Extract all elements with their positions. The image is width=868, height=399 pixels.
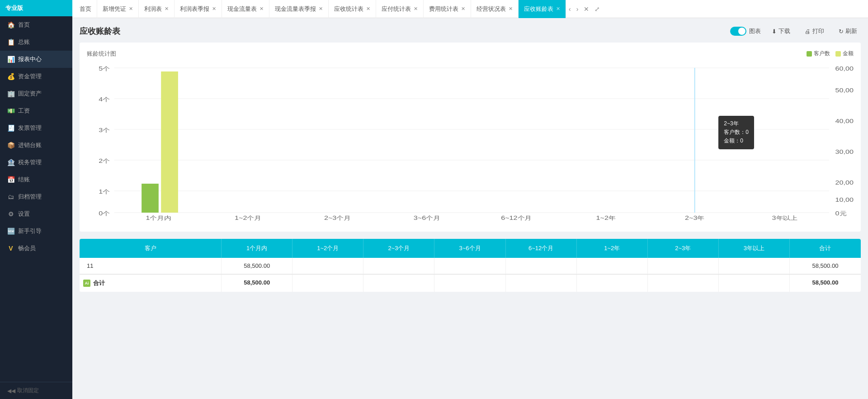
tab-receivable-stat-close[interactable]: ✕ [366,6,370,12]
tab-voucher-close[interactable]: ✕ [129,6,133,12]
home-icon: 🏠 [7,21,14,28]
print-icon: 🖨 [805,28,811,35]
tab-cashflow-close[interactable]: ✕ [259,6,264,12]
svg-text:10,000.00元: 10,000.00元 [835,197,854,203]
tab-payable-stat-label: 应付统计表 [382,5,411,13]
page-title: 应收账龄表 [80,26,120,37]
tab-home[interactable]: 首页 [74,0,97,18]
table-row: 11 58,500.00 58,500.00 [80,258,861,274]
tab-receivable-stat[interactable]: 应收统计表 ✕ [329,0,376,18]
chart-toggle[interactable] [730,27,746,36]
sidebar-item-settings[interactable]: ⚙ 设置 [0,205,72,223]
tab-prev-btn[interactable]: ‹ [566,4,574,14]
tab-expense-stat-label: 费用统计表 [429,5,458,13]
tab-voucher[interactable]: 新增凭证 ✕ [97,0,139,18]
sidebar-label-home: 首页 [18,21,30,29]
tab-voucher-label: 新增凭证 [103,5,126,13]
guide-icon: 🆕 [7,228,14,235]
tab-profit[interactable]: 利润表 ✕ [139,0,175,18]
sidebar-item-payroll[interactable]: 💵 工资 [0,102,72,119]
sidebar-item-funds[interactable]: 💰 资金管理 [0,68,72,85]
refresh-btn[interactable]: ↻ 刷新 [835,25,861,37]
sidebar-item-reports[interactable]: 📊 报表中心 [0,51,72,68]
footer-y2 [577,275,648,292]
archive-icon: 🗂 [7,193,14,200]
cell-total-0: 58,500.00 [790,258,861,274]
svg-text:1个: 1个 [99,189,110,195]
sidebar-label-ledger: 总账 [18,38,30,46]
col-y3plus: 3年以上 [719,239,790,258]
tab-business-stat-close[interactable]: ✕ [509,6,513,12]
cell-y3plus-0 [719,258,790,274]
tab-next-btn[interactable]: › [574,4,581,14]
svg-rect-20 [161,71,178,213]
sidebar-item-vip[interactable]: V 畅会员 [0,240,72,257]
funds-icon: 💰 [7,73,14,80]
tab-payable-stat-close[interactable]: ✕ [414,6,418,12]
legend-amount: 金额 [835,50,854,57]
svg-text:3个: 3个 [99,127,110,133]
svg-text:1~2年: 1~2年 [596,215,616,221]
sidebar-item-guide[interactable]: 🆕 新手引导 [0,223,72,240]
tab-profit-quarter-close[interactable]: ✕ [212,6,216,12]
svg-text:1~2个月: 1~2个月 [235,215,261,221]
sidebar-label-tax: 税务管理 [18,158,42,166]
svg-text:6~12个月: 6~12个月 [501,215,532,221]
tab-cashflow[interactable]: 现金流量表 ✕ [222,0,269,18]
tab-expense-stat-close[interactable]: ✕ [461,6,465,12]
bar-chart-svg: 5个 4个 3个 2个 1个 0个 60,000.00元 50,000.00元 … [87,62,854,224]
header-actions: 图表 ⬇ 下载 🖨 打印 ↻ 刷新 [730,25,861,37]
sidebar-item-tax[interactable]: 🏦 税务管理 [0,154,72,171]
print-btn[interactable]: 🖨 打印 [801,25,828,37]
sidebar-collapse-btn[interactable]: ◀◀ 取消固定 [0,382,72,399]
assets-icon: 🏢 [7,90,14,97]
svg-text:20,000.00元: 20,000.00元 [835,180,854,185]
vip-icon: V [7,245,14,252]
tab-profit-quarter-label: 利润表季报 [180,5,209,13]
tab-close-all-btn[interactable]: ✕ [581,4,592,14]
sidebar-label-inventory: 进销台账 [18,141,42,149]
svg-text:0个: 0个 [99,210,110,216]
tab-home-label: 首页 [80,5,91,13]
collapse-icon: ◀◀ [7,388,15,394]
tab-expand-btn[interactable]: ⤢ [592,4,603,14]
legend-amount-label: 金额 [843,50,854,57]
sidebar-item-assets[interactable]: 🏢 固定资产 [0,85,72,102]
sidebar-label-reports: 报表中心 [18,55,42,63]
footer-m3 [363,275,434,292]
svg-text:4个: 4个 [99,96,110,102]
sidebar-item-archive[interactable]: 🗂 归档管理 [0,188,72,205]
tab-expense-stat[interactable]: 费用统计表 ✕ [424,0,471,18]
sidebar-item-home[interactable]: 🏠 首页 [0,16,72,33]
refresh-icon: ↻ [839,28,844,35]
svg-text:0元: 0元 [835,210,847,216]
settings-icon: ⚙ [7,210,14,218]
table-footer-row: Ai 合计 58,500.00 58,500.00 [80,274,861,292]
tab-cashflow-quarter[interactable]: 现金流量表季报 ✕ [269,0,329,18]
cell-m12-0 [506,258,577,274]
sidebar-item-ledger[interactable]: 📋 总账 [0,33,72,51]
refresh-label: 刷新 [845,27,857,35]
footer-m1: 58,500.00 [222,275,292,292]
tab-business-stat[interactable]: 经营状况表 ✕ [471,0,519,18]
tab-aging[interactable]: 应收账龄表 ✕ [519,0,566,18]
tab-profit-close[interactable]: ✕ [165,6,169,12]
tab-profit-quarter[interactable]: 利润表季报 ✕ [175,0,222,18]
sidebar-label-invoice: 发票管理 [18,124,42,132]
sidebar-item-invoice[interactable]: 🧾 发票管理 [0,119,72,137]
download-btn[interactable]: ⬇ 下载 [768,25,794,37]
sidebar-item-close[interactable]: 📅 结账 [0,171,72,188]
tab-business-stat-label: 经营状况表 [476,5,506,13]
footer-label: Ai 合计 [80,275,222,292]
footer-y3plus [719,275,790,292]
sidebar-label-payroll: 工资 [18,107,30,115]
tab-aging-close[interactable]: ✕ [556,6,560,12]
tab-cashflow-quarter-close[interactable]: ✕ [319,6,323,12]
svg-text:2个: 2个 [99,158,110,164]
sidebar-footer-label: 取消固定 [17,387,39,394]
ledger-icon: 📋 [7,38,14,46]
tab-payable-stat[interactable]: 应付统计表 ✕ [376,0,424,18]
sidebar-item-inventory[interactable]: 📦 进销台账 [0,137,72,154]
cell-m1-0: 58,500.00 [222,258,292,274]
svg-text:60,000.00元: 60,000.00元 [835,66,854,71]
